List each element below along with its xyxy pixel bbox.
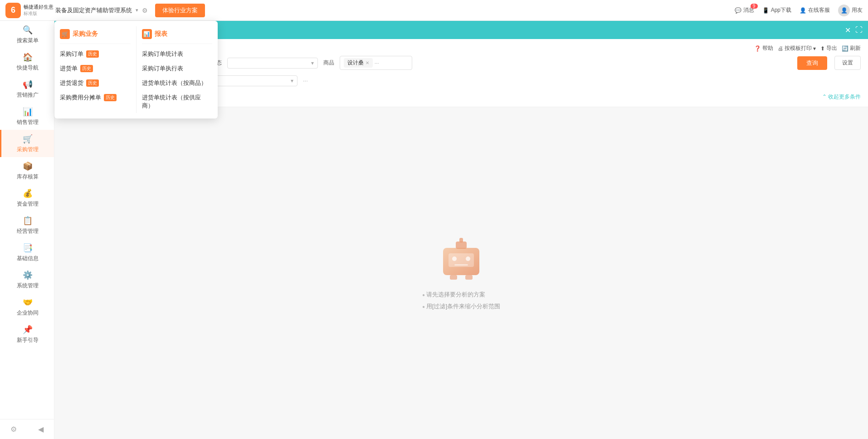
- salesman-select[interactable]: ▾: [207, 75, 297, 86]
- refresh-label: 刷新: [850, 44, 861, 52]
- goods-tag-close[interactable]: ✕: [366, 60, 369, 65]
- collapse-button[interactable]: ⌃ 收起更多条件: [822, 93, 861, 101]
- dropdown-item-expense[interactable]: 采购费用分摊单 历史: [60, 90, 131, 105]
- user-item[interactable]: 👤 用友: [838, 5, 863, 16]
- goods-tag: 设计桑 ✕: [344, 58, 373, 68]
- sidebar-item-system[interactable]: ⚙️ 系统管理: [0, 266, 54, 293]
- collapse-label: 收起更多条件: [828, 93, 861, 101]
- query-button[interactable]: 查询: [797, 56, 827, 70]
- sidebar-item-finance[interactable]: 💰 资金管理: [0, 184, 54, 212]
- print-icon: 🖨: [778, 45, 783, 52]
- topbar: 6 畅捷通好生意 标准版 装备及固定资产辅助管理系统 ▾ ⚙ 体验行业方案 💬 …: [0, 0, 868, 21]
- svg-rect-7: [450, 275, 457, 280]
- logo-sub: 标准版: [24, 10, 54, 17]
- empty-tips: 请先选择要分析的方案 用[过滤]条件来缩小分析范围: [422, 289, 500, 312]
- dropdown-columns: 🛒 采购业务 采购订单 历史 进货单 历史 进货退货 历史: [54, 26, 218, 113]
- sidebar-item-search[interactable]: 🔍 搜索菜单: [0, 21, 54, 48]
- dropdown-item-expense-label: 采购费用分摊单: [60, 94, 101, 102]
- goods-ellipsis[interactable]: ···: [375, 60, 379, 66]
- sidebar-item-sales[interactable]: 📊 销售管理: [0, 103, 54, 130]
- report-col-icon: 📊: [142, 29, 152, 39]
- help-btn[interactable]: ❓ 帮助: [754, 44, 773, 52]
- hist-badge-expense: 历史: [104, 94, 117, 101]
- sidebar-bottom: ⚙ ◀: [0, 419, 54, 439]
- goods-select[interactable]: 设计桑 ✕ ···: [340, 56, 412, 70]
- inventory-icon: 📦: [23, 161, 33, 171]
- sidebar: 🔍 搜索菜单 🏠 快捷导航 📢 营销推广 📊 销售管理 🛒 采购管理 📦 库存核…: [0, 21, 54, 439]
- message-badge: 9: [751, 4, 758, 9]
- sidebar-item-basic[interactable]: 📑 基础信息: [0, 239, 54, 266]
- purchase-icon: 🛒: [23, 134, 33, 144]
- dropdown-item-po-label: 采购订单: [60, 50, 83, 58]
- sidebar-label-inventory: 库存核算: [17, 173, 39, 181]
- purchase-dropdown: 🛒 采购业务 采购订单 历史 进货单 历史 进货退货 历史: [54, 21, 218, 118]
- sidebar-item-quick-nav[interactable]: 🏠 快捷导航: [0, 48, 54, 75]
- home-icon: 🏠: [23, 52, 33, 62]
- corp-icon: 🤝: [23, 297, 33, 307]
- layout: 🔍 搜索菜单 🏠 快捷导航 📢 营销推广 📊 销售管理 🛒 采购管理 📦 库存核…: [0, 21, 868, 439]
- export-btn[interactable]: ⬆ 导出: [820, 44, 837, 52]
- purchase-col-label: 采购业务: [73, 30, 98, 38]
- sidebar-item-corp[interactable]: 🤝 企业协同: [0, 293, 54, 321]
- title-arrow-icon[interactable]: ▾: [136, 7, 138, 13]
- dropdown-item-inbound-by-goods[interactable]: 进货单统计表（按商品）: [142, 76, 213, 90]
- sidebar-label-guide: 新手引导: [17, 336, 39, 344]
- svg-rect-2: [459, 238, 463, 242]
- toolbar-right: ❓ 帮助 🖨 按模板打印 ▾ ⬆ 导出 🔄 刷新: [754, 44, 861, 52]
- help-label: 帮助: [762, 44, 773, 52]
- bill-status-select[interactable]: ▾: [227, 58, 318, 69]
- print-btn[interactable]: 🖨 按模板打印 ▾: [778, 44, 816, 52]
- marketing-icon: 📢: [23, 79, 33, 89]
- help-icon: ❓: [754, 45, 761, 52]
- sidebar-label-sales: 销售管理: [17, 118, 39, 126]
- app-download-item[interactable]: 📱 App下载: [762, 6, 791, 14]
- sidebar-item-purchase[interactable]: 🛒 采购管理: [0, 130, 54, 157]
- salesman-ellipsis[interactable]: ···: [303, 77, 308, 84]
- online-service-item[interactable]: 👤 在线客服: [800, 6, 830, 14]
- sidebar-collapse-icon[interactable]: ◀: [38, 425, 44, 434]
- user-label: 用友: [852, 6, 863, 14]
- goods-label: 商品: [323, 59, 334, 67]
- tab-close-all-icon[interactable]: ✕: [845, 26, 851, 35]
- logo-icon: 6: [5, 3, 21, 18]
- app-download-label: App下载: [771, 6, 791, 14]
- sidebar-item-guide[interactable]: 📌 新手引导: [0, 321, 54, 348]
- logo: 6 畅捷通好生意 标准版: [5, 3, 55, 18]
- finance-icon: 💰: [23, 188, 33, 198]
- dropdown-item-po[interactable]: 采购订单 历史: [60, 47, 131, 61]
- operation-icon: 📋: [23, 216, 33, 226]
- refresh-btn[interactable]: 🔄 刷新: [842, 44, 861, 52]
- hist-badge-inbound: 历史: [80, 65, 93, 72]
- experience-button[interactable]: 体验行业方案: [155, 4, 205, 17]
- settings-icon[interactable]: ⚙: [142, 7, 148, 14]
- svg-rect-6: [454, 264, 468, 266]
- dropdown-item-inbound-by-supplier[interactable]: 进货单统计表（按供应商）: [142, 90, 213, 113]
- svg-point-4: [452, 256, 457, 261]
- svg-rect-1: [456, 242, 467, 249]
- content-area: 请先选择要分析的方案 用[过滤]条件来缩小分析范围: [54, 107, 868, 439]
- dropdown-item-po-exec[interactable]: 采购订单执行表: [142, 61, 213, 76]
- dropdown-item-return[interactable]: 进货退货 历史: [60, 76, 131, 90]
- logo-text-block: 畅捷通好生意 标准版: [24, 4, 54, 16]
- purchase-col-icon: 🛒: [60, 29, 70, 39]
- sidebar-item-marketing[interactable]: 📢 营销推广: [0, 75, 54, 103]
- sidebar-settings-icon[interactable]: ⚙: [10, 425, 17, 434]
- tab-expand-icon[interactable]: ⛶: [855, 26, 863, 34]
- goods-tag-value: 设计桑: [347, 59, 364, 67]
- report-col-label: 报表: [155, 30, 167, 38]
- sidebar-label-finance: 资金管理: [17, 200, 39, 208]
- sidebar-item-inventory[interactable]: 📦 库存核算: [0, 157, 54, 184]
- sales-icon: 📊: [23, 107, 33, 117]
- dropdown-item-inbound[interactable]: 进货单 历史: [60, 61, 131, 76]
- sidebar-label-purchase: 采购管理: [17, 146, 39, 153]
- sidebar-item-operation[interactable]: 📋 经营管理: [0, 212, 54, 239]
- message-item[interactable]: 💬 消息 9: [735, 6, 754, 14]
- dropdown-item-inbound-goods-label: 进货单统计表（按商品）: [142, 79, 207, 87]
- settings-button[interactable]: 设置: [834, 56, 861, 70]
- dropdown-item-inbound-supplier-label: 进货单统计表（按供应商）: [142, 94, 213, 110]
- dropdown-purchase-col: 🛒 采购业务 采购订单 历史 进货单 历史 进货退货 历史: [54, 26, 136, 113]
- main: 🛒 采购业务 采购订单 历史 进货单 历史 进货退货 历史: [54, 21, 868, 439]
- topbar-right: 💬 消息 9 📱 App下载 👤 在线客服 👤 用友: [735, 5, 863, 16]
- dropdown-item-po-exec-label: 采购订单执行表: [142, 64, 183, 73]
- dropdown-item-po-stats[interactable]: 采购订单统计表: [142, 47, 213, 61]
